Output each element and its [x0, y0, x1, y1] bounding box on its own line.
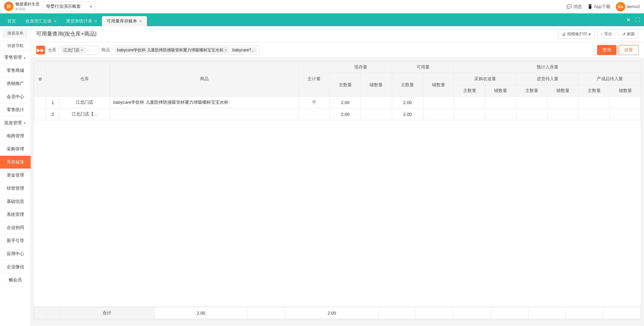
industry-label: 母婴行业演示账套 — [46, 3, 81, 9]
expand-btn[interactable]: ⛶ — [635, 17, 640, 22]
footer-stock-aux — [248, 307, 285, 319]
table-scroll[interactable]: ⚙ 仓库 商品 主计量 现存量 可用量 预计入库量 主数量 辅数量 — [34, 61, 641, 307]
th-incoming-main: 主数量 — [516, 85, 547, 97]
sidebar-item-enterprise-wechat[interactable]: 企业微信 — [0, 261, 31, 274]
sidebar-item-enterprise-collab[interactable]: 企业协同 — [0, 221, 31, 234]
sidebar-item-member-center[interactable]: 会员中心 — [0, 90, 31, 103]
row1-purchase-aux — [485, 97, 517, 108]
sidebar-label-operations: 经营管理 — [7, 185, 24, 191]
warehouse-more[interactable]: ··· — [87, 48, 90, 52]
product-tag1: babycare学饮杯 儿童防摔防撞吸管杯重力球吸嘴杯宝宝水杯 ✕ — [115, 47, 229, 53]
app-icon: 📱 — [587, 4, 593, 9]
app-download-btn[interactable]: 📱 App下载 — [587, 4, 610, 10]
row2-warehouse: 江北门店【... — [60, 108, 110, 120]
sidebar-item-inventory[interactable]: 库存核算 — [0, 156, 31, 169]
row1-index: 1 — [46, 97, 60, 108]
th-avail-aux: 辅数量 — [423, 73, 454, 97]
tab-available-stock-label: 可用量库存账本 — [107, 18, 137, 24]
sidebar-quick-nav[interactable]: 快捷导航 — [0, 41, 31, 51]
query-btn[interactable]: 查询 — [597, 45, 616, 55]
horizontal-scrollbar[interactable] — [34, 320, 641, 323]
footer-stock-main: 2.00 — [154, 307, 248, 319]
row1-incoming-aux — [547, 97, 579, 108]
avatar: Ea — [616, 2, 625, 11]
tab-home[interactable]: 首页 — [3, 16, 21, 26]
message-btn[interactable]: 💬 消息 — [567, 4, 582, 10]
sidebar-search-btn[interactable]: 搜索菜单 — [3, 29, 28, 38]
th-incoming-pending: 进货待入量 — [516, 73, 579, 85]
tab-order-stats-close[interactable]: ✕ — [94, 19, 97, 24]
filter-warehouse-field: 仓库 江北门店 ✕ ··· — [48, 46, 99, 55]
row1-purchase-main — [454, 97, 485, 108]
product-input[interactable]: babycare学饮杯 儿童防摔防撞吸管杯重力球吸嘴杯宝宝水杯 ✕ babyca… — [112, 46, 260, 55]
row1-stock-main: 2.00 — [330, 97, 361, 108]
sidebar-item-wholesale-mgmt[interactable]: 批发管理 ▼ — [0, 117, 31, 130]
sidebar-item-retail-mall[interactable]: 零售商城 — [0, 64, 31, 77]
sidebar-label-retail-mall: 零售商城 — [7, 67, 24, 74]
logo-text: 畅捷通好生意 — [15, 2, 40, 6]
sidebar-item-retail-mgmt[interactable]: 零售管理 ▲ — [0, 51, 31, 64]
th-unit: 主计量 — [299, 61, 330, 97]
sidebar-item-ecommerce[interactable]: 电商管理 — [0, 130, 31, 143]
sidebar-label-wholesale-mgmt: 批发管理 — [4, 120, 22, 126]
sidebar-item-operations[interactable]: 经营管理 — [0, 182, 31, 195]
row2-avail-main: 2.00 — [392, 108, 423, 120]
refresh-btn[interactable]: ↺ 刷新 — [619, 30, 639, 39]
th-purchase-aux: 辅数量 — [485, 85, 517, 97]
footer-avail-aux — [378, 307, 416, 319]
export-label: 导出 — [604, 31, 612, 37]
sidebar-item-app-center[interactable]: 应用中心 — [0, 247, 31, 261]
table-footer: 合计 2.00 2.00 — [34, 307, 641, 319]
warehouse-tag-close[interactable]: ✕ — [80, 48, 83, 52]
top-bar-left: 好 畅捷通好生意 标准版 母婴行业演示账套 ▾ — [4, 2, 96, 11]
th-stock-main: 主数量 — [330, 73, 361, 97]
sidebar-label-finance: 资金管理 — [7, 172, 24, 178]
sidebar-item-finance[interactable]: 资金管理 — [0, 169, 31, 182]
user-area[interactable]: Ea demo2 — [616, 2, 640, 11]
footer-table: 合计 2.00 2.00 — [34, 307, 641, 319]
tab-available-stock-close[interactable]: ✕ — [139, 19, 142, 24]
sidebar-label-retail-mgmt: 零售管理 — [4, 54, 22, 60]
sidebar-item-new-guide[interactable]: 新手引导 — [0, 234, 31, 247]
row1-warehouse: 江北门店 — [60, 97, 110, 108]
table-row: 2 江北门店【... 2.00 2.00 — [34, 108, 641, 120]
warehouse-input[interactable]: 江北门店 ✕ ··· — [58, 46, 99, 55]
export-icon: ↑ — [601, 32, 603, 37]
sidebar-item-basics[interactable]: 基础信息 — [0, 195, 31, 208]
filter-toggle-btn[interactable]: ▶▶ — [36, 46, 45, 54]
industry-selector[interactable]: 母婴行业演示账套 ▾ — [42, 2, 96, 11]
nav-tabs: 首页 收发存汇总表 ✕ 要货单统计表 ✕ 可用量库存账本 ✕ ✕ ⛶ — [0, 13, 644, 26]
th-stock-group: 现存量 — [330, 61, 392, 73]
logo-subtext: 标准版 — [15, 7, 40, 11]
row2-incoming-main — [516, 108, 547, 120]
sidebar-item-marketing[interactable]: 营销推广 — [0, 77, 31, 90]
page-actions: 🖨 按模板打印 ▾ ↑ 导出 ↺ 刷新 — [558, 30, 639, 39]
row2-settings[interactable] — [34, 108, 46, 120]
tab-home-label: 首页 — [7, 18, 16, 24]
row1-production-main — [579, 97, 610, 108]
sidebar-item-system[interactable]: 系统管理 — [0, 208, 31, 221]
tab-order-stats[interactable]: 要货单统计表 ✕ — [61, 16, 102, 26]
th-stock-aux: 辅数量 — [361, 73, 392, 97]
product-tag1-value: babycare学饮杯 儿童防摔防撞吸管杯重力球吸嘴杯宝宝水杯 — [117, 47, 223, 53]
close-all-tabs-btn[interactable]: ✕ — [626, 17, 631, 23]
app-label: App下载 — [594, 4, 610, 10]
row2-stock-main: 2.00 — [330, 108, 361, 120]
product-tag1-close[interactable]: ✕ — [224, 48, 227, 52]
tab-receipts-close[interactable]: ✕ — [54, 19, 57, 24]
row2-purchase-main — [454, 108, 485, 120]
filter-product-field: 商品 babycare学饮杯 儿童防摔防撞吸管杯重力球吸嘴杯宝宝水杯 ✕ bab… — [101, 46, 260, 55]
export-btn[interactable]: ↑ 导出 — [597, 30, 616, 39]
tab-receipts[interactable]: 收发存汇总表 ✕ — [21, 16, 61, 26]
sidebar-search-area: 搜索菜单 — [0, 26, 31, 41]
row1-settings[interactable] — [34, 97, 46, 108]
sidebar-label-inventory: 库存核算 — [7, 159, 24, 165]
sidebar-item-member[interactable]: 畅会员 — [0, 274, 31, 287]
print-btn[interactable]: 🖨 按模板打印 ▾ — [558, 30, 594, 39]
th-settings[interactable]: ⚙ — [34, 61, 46, 97]
settings-btn[interactable]: 设置 — [619, 45, 639, 55]
tab-available-stock[interactable]: 可用量库存账本 ✕ — [102, 16, 147, 26]
row2-purchase-aux — [485, 108, 517, 120]
sidebar-item-purchase[interactable]: 采购管理 — [0, 143, 31, 156]
sidebar-item-retail-stats[interactable]: 零售统计 — [0, 103, 31, 117]
